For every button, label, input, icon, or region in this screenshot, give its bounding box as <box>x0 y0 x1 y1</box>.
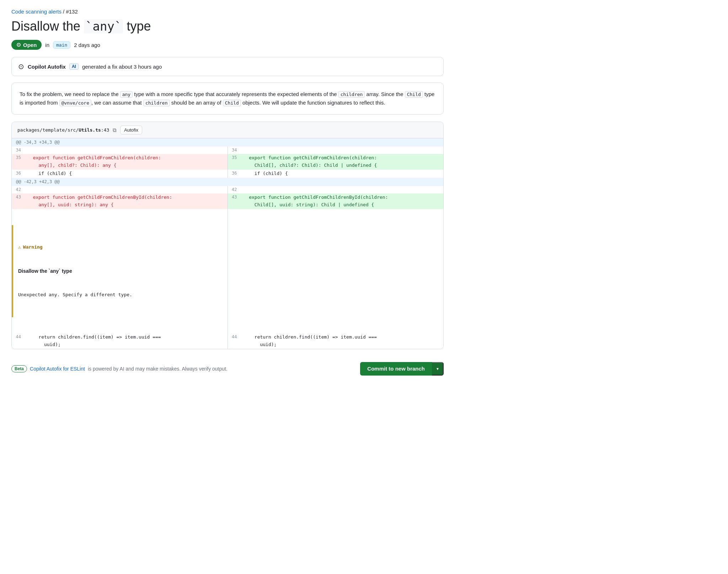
breadcrumb-link[interactable]: Code scanning alerts <box>11 9 61 15</box>
table-row: 35 export function getChildFromChildren(… <box>12 154 443 170</box>
warning-heading: Disallow the `any` type <box>18 267 223 275</box>
footer-disclaimer: is powered by AI and may make mistakes. … <box>88 366 228 372</box>
table-row: 43 export function getChildFromChildrenB… <box>12 193 443 209</box>
footer-left: Beta Copilot Autofix for ESLint is power… <box>11 365 228 372</box>
shield-icon: ⊙ <box>16 42 21 48</box>
status-time: 2 days ago <box>74 42 100 48</box>
table-row: 44 return children.find((item) => item.u… <box>12 333 443 349</box>
diff-table: @@ -34,3 +34,3 @@ 34 34 35 export functi… <box>12 138 443 349</box>
commit-btn-group: Commit to new branch ▾ <box>360 362 444 376</box>
diff-header: packages/template/src/Utils.ts:43 ⧉ Auto… <box>12 122 443 138</box>
diff-container: packages/template/src/Utils.ts:43 ⧉ Auto… <box>11 122 444 349</box>
table-row: 42 42 <box>12 186 443 193</box>
warning-icon: ⚠️ <box>18 244 21 251</box>
diff-context-row: @@ -34,3 +34,3 @@ <box>12 138 443 147</box>
commit-to-new-branch-button[interactable]: Commit to new branch <box>360 362 432 376</box>
status-prefix: in <box>45 42 49 48</box>
autofix-action: generated a fix about 3 hours ago <box>82 64 162 70</box>
beta-badge: Beta <box>11 365 27 372</box>
footer-bar: Beta Copilot Autofix for ESLint is power… <box>11 358 444 376</box>
warning-box: ⚠️ Warning Disallow the `any` type Unexp… <box>12 225 228 317</box>
diff-filename: packages/template/src/Utils.ts:43 <box>17 127 109 133</box>
branch-tag: main <box>53 41 70 49</box>
filename-prefix: packages/template/src/ <box>17 127 79 133</box>
autofix-button[interactable]: Autofix <box>120 126 142 134</box>
copilot-icon: ⊙ <box>18 62 24 71</box>
breadcrumb-issue: #132 <box>66 9 77 15</box>
warning-desc: Unexpected any. Specify a different type… <box>18 291 223 299</box>
table-row: 36 if (child) { 36 if (child) { <box>12 170 443 178</box>
table-row: 34 34 <box>12 147 443 154</box>
ai-badge: AI <box>69 63 79 70</box>
warning-row: ⚠️ Warning Disallow the `any` type Unexp… <box>12 209 443 334</box>
autofix-actor: Copilot Autofix <box>28 64 66 70</box>
status-row: ⊙ Open in main 2 days ago <box>11 40 444 50</box>
description-text: To fix the problem, we need to replace t… <box>20 90 435 107</box>
breadcrumb: Code scanning alerts / #132 <box>11 9 444 15</box>
filename-bold: Utils.ts <box>79 127 101 133</box>
copilot-autofix-link[interactable]: Copilot Autofix for ESLint <box>30 366 85 372</box>
commit-dropdown-arrow-button[interactable]: ▾ <box>432 362 444 376</box>
autofix-banner: ⊙ Copilot Autofix AI generated a fix abo… <box>11 57 444 76</box>
description-box: To fix the problem, we need to replace t… <box>11 83 444 115</box>
copy-icon[interactable]: ⧉ <box>113 127 117 133</box>
warning-title: ⚠️ Warning <box>18 244 223 251</box>
diff-context-row: @@ -42,3 +42,3 @@ <box>12 178 443 186</box>
page-title: Disallow the `any` type <box>11 18 444 34</box>
status-badge: ⊙ Open <box>11 40 42 50</box>
